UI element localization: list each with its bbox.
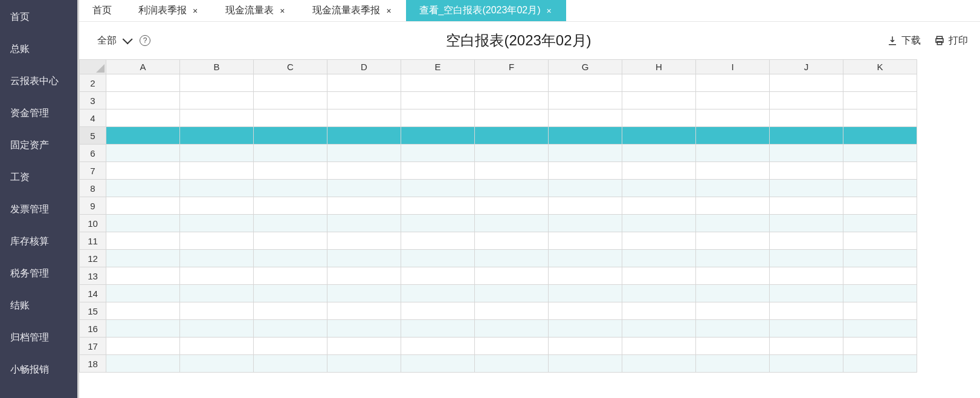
row-header[interactable]: 3: [80, 92, 106, 109]
cell[interactable]: [549, 109, 622, 127]
sidebar-item-ledger[interactable]: 总账: [0, 33, 77, 65]
row-header[interactable]: 15: [80, 302, 106, 320]
cell[interactable]: [401, 74, 475, 92]
cell[interactable]: [696, 338, 770, 355]
sidebar-item-funds[interactable]: 资金管理: [0, 97, 77, 129]
cell[interactable]: [401, 355, 475, 373]
cell[interactable]: [549, 145, 622, 162]
cell[interactable]: [843, 197, 917, 215]
cell[interactable]: [770, 215, 843, 232]
row-header[interactable]: 10: [80, 215, 106, 232]
cell[interactable]: [843, 250, 917, 267]
row-header[interactable]: 5: [80, 127, 106, 145]
cell[interactable]: [327, 320, 401, 338]
cell[interactable]: [106, 320, 180, 338]
cell[interactable]: [254, 285, 327, 302]
cell[interactable]: [106, 267, 180, 285]
cell[interactable]: [770, 162, 843, 180]
cell[interactable]: [180, 215, 254, 232]
cell[interactable]: [106, 145, 180, 162]
cell[interactable]: [254, 338, 327, 355]
cell[interactable]: [327, 302, 401, 320]
cell[interactable]: [843, 109, 917, 127]
cell[interactable]: [180, 355, 254, 373]
cell[interactable]: [622, 197, 696, 215]
column-header[interactable]: A: [106, 60, 180, 74]
cell[interactable]: [549, 162, 622, 180]
close-icon[interactable]: ×: [279, 7, 286, 15]
cell[interactable]: [475, 145, 549, 162]
cell[interactable]: [549, 285, 622, 302]
sidebar-item-cloud-reports[interactable]: 云报表中心: [0, 65, 77, 97]
cell[interactable]: [549, 180, 622, 197]
cell[interactable]: [696, 355, 770, 373]
cell[interactable]: [106, 127, 180, 145]
cell[interactable]: [401, 162, 475, 180]
cell[interactable]: [622, 92, 696, 109]
cell[interactable]: [475, 197, 549, 215]
close-icon[interactable]: ×: [192, 7, 199, 15]
row-header[interactable]: 12: [80, 250, 106, 267]
cell[interactable]: [549, 320, 622, 338]
cell[interactable]: [475, 74, 549, 92]
cell[interactable]: [327, 338, 401, 355]
cell[interactable]: [622, 338, 696, 355]
cell[interactable]: [327, 355, 401, 373]
cell[interactable]: [327, 250, 401, 267]
cell[interactable]: [327, 162, 401, 180]
cell[interactable]: [401, 197, 475, 215]
cell[interactable]: [401, 145, 475, 162]
column-header[interactable]: F: [475, 60, 549, 74]
row-header[interactable]: 11: [80, 232, 106, 250]
cell[interactable]: [770, 285, 843, 302]
row-header[interactable]: 18: [80, 355, 106, 373]
column-header[interactable]: I: [696, 60, 770, 74]
cell[interactable]: [106, 92, 180, 109]
cell[interactable]: [180, 338, 254, 355]
cell[interactable]: [180, 127, 254, 145]
cell[interactable]: [843, 302, 917, 320]
cell[interactable]: [475, 127, 549, 145]
cell[interactable]: [622, 232, 696, 250]
cell[interactable]: [843, 127, 917, 145]
cell[interactable]: [549, 197, 622, 215]
cell[interactable]: [843, 338, 917, 355]
spreadsheet[interactable]: ABCDEFGHIJK23456789101112131415161718: [79, 59, 980, 398]
tab-profit-quarterly[interactable]: 利润表季报 ×: [125, 0, 212, 21]
cell[interactable]: [696, 232, 770, 250]
cell[interactable]: [254, 267, 327, 285]
cell[interactable]: [254, 127, 327, 145]
cell[interactable]: [254, 302, 327, 320]
cell[interactable]: [475, 338, 549, 355]
tab-view-blank-report[interactable]: 查看_空白报表(2023年02月) ×: [406, 0, 566, 21]
cell[interactable]: [327, 267, 401, 285]
cell[interactable]: [401, 338, 475, 355]
cell[interactable]: [843, 215, 917, 232]
row-header[interactable]: 8: [80, 180, 106, 197]
row-header[interactable]: 7: [80, 162, 106, 180]
cell[interactable]: [475, 250, 549, 267]
cell[interactable]: [843, 180, 917, 197]
cell[interactable]: [254, 197, 327, 215]
cell[interactable]: [843, 232, 917, 250]
cell[interactable]: [401, 215, 475, 232]
cell[interactable]: [401, 285, 475, 302]
cell[interactable]: [401, 267, 475, 285]
cell[interactable]: [770, 109, 843, 127]
column-header[interactable]: E: [401, 60, 475, 74]
cell[interactable]: [770, 127, 843, 145]
cell[interactable]: [401, 232, 475, 250]
cell[interactable]: [254, 355, 327, 373]
cell[interactable]: [180, 74, 254, 92]
cell[interactable]: [180, 320, 254, 338]
cell[interactable]: [106, 197, 180, 215]
cell[interactable]: [106, 109, 180, 127]
cell[interactable]: [696, 74, 770, 92]
row-header[interactable]: 9: [80, 197, 106, 215]
cell[interactable]: [180, 180, 254, 197]
cell[interactable]: [180, 250, 254, 267]
cell[interactable]: [770, 74, 843, 92]
help-icon[interactable]: ?: [140, 35, 150, 46]
cell[interactable]: [327, 180, 401, 197]
cell[interactable]: [327, 74, 401, 92]
